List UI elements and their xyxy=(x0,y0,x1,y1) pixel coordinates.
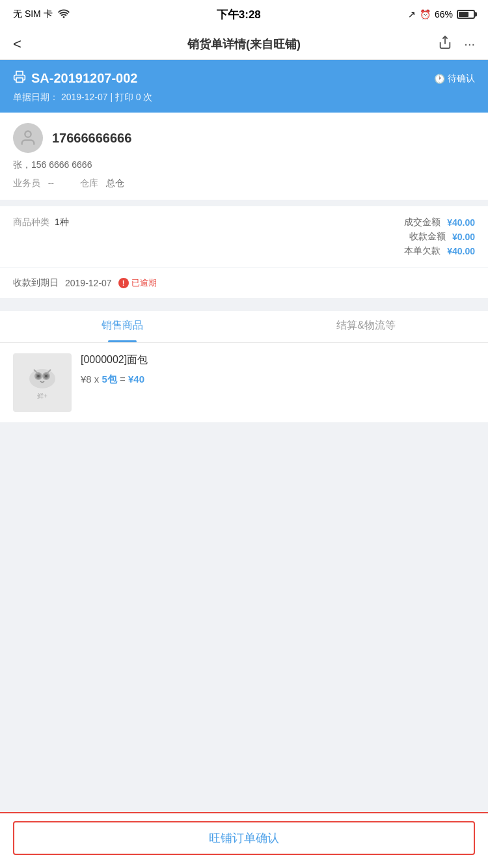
location-icon: ↗ xyxy=(408,9,416,20)
received-amount: ¥0.00 xyxy=(452,232,475,242)
total-text: ¥40 xyxy=(128,373,144,385)
equals-text: = xyxy=(117,373,128,385)
due-section: 收款到期日 2019-12-07 ! 已逾期 xyxy=(0,267,488,298)
status-left: 无 SIM 卡 xyxy=(13,8,70,20)
qty-text: 5包 xyxy=(102,373,117,385)
product-image: 鲜+ xyxy=(13,353,72,412)
wifi-icon xyxy=(58,9,70,20)
divider-1 xyxy=(0,200,488,206)
nav-actions: ··· xyxy=(438,35,475,53)
tab-products-label: 销售商品 xyxy=(102,319,143,332)
customer-section: 17666666666 张，156 6666 6666 业务员 -- 仓库 总仓 xyxy=(0,113,488,200)
warehouse-value: 总仓 xyxy=(106,178,124,188)
tabs-row: 销售商品 结算&物流等 xyxy=(0,311,488,342)
bottom-area xyxy=(0,422,488,591)
overdue-icon: ! xyxy=(118,278,129,288)
received-row: 收款金额 ¥0.00 xyxy=(409,231,475,243)
due-label: 收款到期日 xyxy=(13,277,59,289)
page-title: 销货单详情(来自旺铺) xyxy=(187,36,301,52)
confirm-button-wrap: 旺铺订单确认 xyxy=(0,812,488,868)
svg-point-2 xyxy=(25,131,31,137)
avatar xyxy=(13,123,43,153)
tab-settlement[interactable]: 结算&物流等 xyxy=(244,311,488,342)
goods-type-value: 1种 xyxy=(55,217,69,228)
nav-bar: < 销货单详情(来自旺铺) ··· xyxy=(0,29,488,60)
svg-rect-1 xyxy=(16,78,23,83)
customer-row: 17666666666 xyxy=(13,123,475,153)
warehouse-label: 仓库 xyxy=(80,178,98,188)
received-label: 收款金额 xyxy=(409,231,446,243)
debt-row: 本单欠款 ¥40.00 xyxy=(404,245,475,257)
sales-value: -- xyxy=(48,178,54,188)
tab-settlement-label: 结算&物流等 xyxy=(336,319,396,332)
sales-label: 业务员 xyxy=(13,178,40,188)
overdue-text: 已逾期 xyxy=(131,277,157,289)
svg-point-8 xyxy=(37,375,40,377)
overdue-badge: ! 已逾期 xyxy=(118,277,157,289)
transaction-amount: ¥40.00 xyxy=(447,217,475,228)
sales-info: 业务员 -- xyxy=(13,178,54,189)
product-section: 鲜+ [0000002]面包 ¥8 x 5包 = ¥40 xyxy=(0,343,488,422)
tab-products[interactable]: 销售商品 xyxy=(0,311,244,342)
status-time: 下午3:28 xyxy=(217,7,261,22)
svg-point-3 xyxy=(29,369,55,388)
status-right: ↗ ⏰ 66% xyxy=(408,9,475,20)
goods-type: 商品种类 1种 xyxy=(13,217,69,228)
transaction-label: 成交金额 xyxy=(404,217,441,228)
order-id: SA-20191207-002 xyxy=(13,70,137,87)
customer-meta: 业务员 -- 仓库 总仓 xyxy=(13,178,475,189)
warehouse-info: 仓库 总仓 xyxy=(80,178,124,189)
battery-label: 66% xyxy=(435,9,453,20)
product-info: [0000002]面包 ¥8 x 5包 = ¥40 xyxy=(81,353,475,386)
customer-phone: 17666666666 xyxy=(52,131,131,146)
back-button[interactable]: < xyxy=(13,31,28,58)
product-img-inner: 鲜+ xyxy=(26,364,59,401)
transaction-row: 成交金额 ¥40.00 xyxy=(404,217,475,228)
more-button[interactable]: ··· xyxy=(464,36,475,51)
battery-icon xyxy=(457,10,475,19)
tabs-section: 销售商品 结算&物流等 xyxy=(0,311,488,343)
summary-section: 商品种类 1种 成交金额 ¥40.00 收款金额 ¥0.00 本单欠款 ¥40.… xyxy=(0,206,488,267)
order-status: 🕐 待确认 xyxy=(434,73,475,85)
product-row: 鲜+ [0000002]面包 ¥8 x 5包 = ¥40 xyxy=(13,353,475,412)
share-button[interactable] xyxy=(438,35,452,53)
debt-amount: ¥40.00 xyxy=(447,246,475,256)
order-header: SA-20191207-002 🕐 待确认 单据日期： 2019-12-07 |… xyxy=(0,60,488,113)
goods-type-label: 商品种类 xyxy=(13,217,49,228)
status-bar: 无 SIM 卡 下午3:28 ↗ ⏰ 66% xyxy=(0,0,488,29)
printer-icon xyxy=(13,70,26,87)
alarm-icon: ⏰ xyxy=(420,9,431,20)
product-name: [0000002]面包 xyxy=(81,353,475,367)
divider-2 xyxy=(0,298,488,305)
svg-point-9 xyxy=(45,375,47,377)
amounts: 成交金额 ¥40.00 收款金额 ¥0.00 本单欠款 ¥40.00 xyxy=(404,217,475,257)
debt-label: 本单欠款 xyxy=(404,245,441,257)
product-price: ¥8 x 5包 = ¥40 xyxy=(81,373,475,386)
price-text: ¥8 x xyxy=(81,373,102,385)
confirm-order-button[interactable]: 旺铺订单确认 xyxy=(13,821,475,855)
due-date: 2019-12-07 xyxy=(65,278,112,288)
carrier-label: 无 SIM 卡 xyxy=(13,8,53,20)
order-date: 单据日期： 2019-12-07 | 打印 0 次 xyxy=(13,92,475,103)
order-id-row: SA-20191207-002 🕐 待确认 xyxy=(13,70,475,87)
customer-sub: 张，156 6666 6666 xyxy=(13,159,475,171)
clock-icon: 🕐 xyxy=(434,74,445,84)
summary-row: 商品种类 1种 成交金额 ¥40.00 收款金额 ¥0.00 本单欠款 ¥40.… xyxy=(13,217,475,257)
